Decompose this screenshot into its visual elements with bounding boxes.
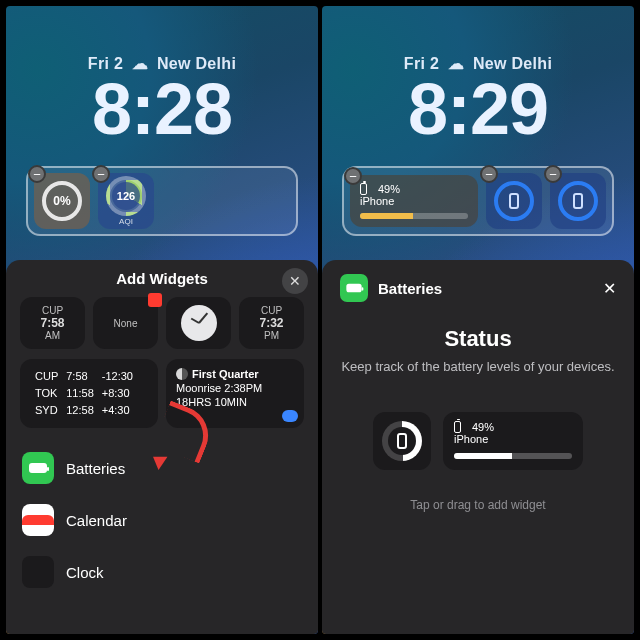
battery-percent: 49% (472, 421, 494, 433)
lockscreen-top: Fri 2 ☁ New Delhi 8:28 (6, 6, 318, 145)
lock-clock[interactable]: 8:28 (6, 73, 318, 145)
tiny-ampm: PM (264, 330, 279, 341)
remove-widget-icon[interactable]: − (480, 165, 498, 183)
moon-phase: First Quarter (192, 368, 259, 380)
app-label: Calendar (66, 512, 127, 529)
app-label: Batteries (66, 460, 125, 477)
close-icon[interactable]: ✕ (603, 279, 616, 298)
date-text: Fri 2 (404, 55, 439, 72)
battery-icon (454, 421, 461, 433)
battery-detail-sheet: Batteries ✕ Status Keep track of the bat… (322, 260, 634, 634)
phone-icon (397, 433, 407, 449)
moonrise-text: Moonrise 2:38PM (176, 381, 294, 395)
batteries-icon (22, 452, 54, 484)
battery-percent: 49% (378, 183, 400, 195)
clock-widget-preview[interactable] (166, 297, 231, 349)
aqi-label: AQI (119, 217, 133, 226)
phone-icon (573, 193, 583, 209)
world-clock-widget-preview[interactable]: CUP7:58-12:30 TOK11:58+8:30 SYD12:58+4:3… (20, 359, 158, 428)
lock-clock[interactable]: 8:29 (322, 73, 634, 145)
status-desc: Keep track of the battery levels of your… (340, 358, 616, 376)
app-row-batteries[interactable]: Batteries (20, 442, 304, 494)
moon-widget-preview[interactable]: First Quarter Moonrise 2:38PM 18HRS 10MI… (166, 359, 304, 428)
world-clock-table: CUP7:58-12:30 TOK11:58+8:30 SYD12:58+4:3… (30, 367, 138, 420)
tiny-city: CUP (42, 305, 63, 316)
batteries-icon (340, 274, 368, 302)
clock-widget-preview[interactable]: None (93, 297, 158, 349)
calendar-badge-icon (148, 293, 162, 307)
analog-clock-icon (181, 305, 217, 341)
remove-widget-icon[interactable]: − (92, 165, 110, 183)
tiny-ampm: AM (45, 330, 60, 341)
city-text: New Delhi (157, 55, 236, 72)
app-row-clock[interactable]: Clock (20, 546, 304, 598)
add-widgets-sheet: Add Widgets ✕ CUP 7:58 AM None CUP 7:32 (6, 260, 318, 634)
aqi-widget[interactable]: − 126 AQI (98, 173, 154, 229)
add-hint: Tap or drag to add widget (340, 498, 616, 512)
battery-device: iPhone (360, 195, 468, 207)
remove-widget-icon[interactable]: − (28, 165, 46, 183)
battery-ring (494, 181, 534, 221)
rain-widget[interactable]: − 0% (34, 173, 90, 229)
sheet-title: Add Widgets (20, 270, 304, 287)
date-line[interactable]: Fri 2 ☁ New Delhi (322, 54, 634, 73)
close-icon[interactable]: ✕ (282, 268, 308, 294)
widget-strip[interactable]: − 0% − 126 AQI (26, 166, 298, 236)
rain-gauge: 0% (42, 181, 82, 221)
clock-widget-preview[interactable]: CUP 7:32 PM (239, 297, 304, 349)
battery-bar (360, 213, 468, 219)
moon-duration: 18HRS 10MIN (176, 395, 294, 409)
battery-fill (454, 453, 512, 459)
app-label: Clock (66, 564, 104, 581)
tiny-city: None (114, 318, 138, 329)
widget-samples: 49% iPhone (340, 412, 616, 470)
weather-icon: ☁ (448, 55, 464, 72)
battery-device: iPhone (454, 433, 572, 445)
moon-icon (176, 368, 188, 380)
cloud-icon (282, 410, 298, 422)
clock-widget-preview[interactable]: CUP 7:58 AM (20, 297, 85, 349)
battery-ring-widget[interactable]: − (550, 173, 606, 229)
battery-ring (382, 421, 422, 461)
sample-ring-widget[interactable] (373, 412, 431, 470)
widget-app-list: Batteries Calendar Clock (20, 442, 304, 598)
remove-widget-icon[interactable]: − (344, 167, 362, 185)
weather-icon: ☁ (132, 55, 148, 72)
tiny-time: 7:32 (259, 316, 283, 330)
sample-bar-widget[interactable]: 49% iPhone (443, 412, 583, 470)
aqi-value: 126 (117, 190, 135, 202)
clock-icon (22, 556, 54, 588)
date-line[interactable]: Fri 2 ☁ New Delhi (6, 54, 318, 73)
city-text: New Delhi (473, 55, 552, 72)
calendar-icon (22, 504, 54, 536)
app-row-calendar[interactable]: Calendar (20, 494, 304, 546)
rain-value: 0% (53, 194, 70, 208)
battery-ring-widget[interactable]: − (486, 173, 542, 229)
tiny-time: 7:58 (40, 316, 64, 330)
battery-bar (454, 453, 572, 459)
battery-ring (558, 181, 598, 221)
battery-icon (360, 183, 367, 195)
phone-icon (509, 193, 519, 209)
date-text: Fri 2 (88, 55, 123, 72)
aqi-gauge: 126 (106, 176, 146, 216)
tiny-city: CUP (261, 305, 282, 316)
sheet-header: Batteries (378, 280, 442, 297)
battery-fill (360, 213, 413, 219)
screenshot-right: Fri 2 ☁ New Delhi 8:29 − 49% iPhone − (322, 6, 634, 634)
lockscreen-top: Fri 2 ☁ New Delhi 8:29 (322, 6, 634, 145)
widget-strip[interactable]: − 49% iPhone − − (342, 166, 614, 236)
screenshot-left: Fri 2 ☁ New Delhi 8:28 − 0% − 126 AQI (6, 6, 318, 634)
remove-widget-icon[interactable]: − (544, 165, 562, 183)
status-title: Status (340, 326, 616, 352)
battery-widget[interactable]: − 49% iPhone (350, 175, 478, 227)
